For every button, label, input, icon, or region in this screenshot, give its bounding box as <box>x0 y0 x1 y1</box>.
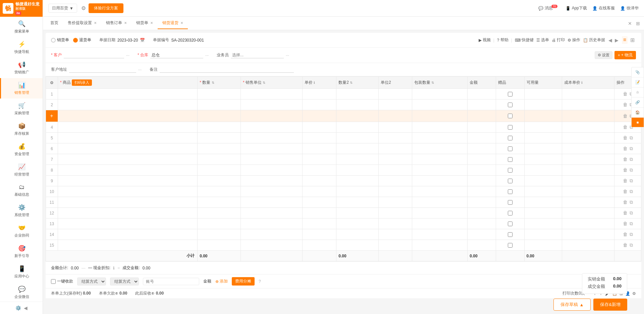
row-available-10[interactable] <box>524 186 562 197</box>
side-star-btn[interactable]: ☆ <box>632 87 644 98</box>
row-sales-unit-12[interactable] <box>241 208 303 218</box>
row-available-3[interactable] <box>524 110 562 122</box>
row-product-12[interactable] <box>58 208 198 218</box>
scroll-next-btn[interactable]: ▶ <box>614 37 619 44</box>
row-quantity2-14[interactable] <box>336 229 379 240</box>
row-sales-unit-14[interactable] <box>241 229 303 240</box>
row-quantity-1[interactable] <box>198 89 241 100</box>
row-sales-unit-7[interactable] <box>241 154 303 165</box>
row-package-qty-14[interactable] <box>412 229 467 240</box>
header-settings-icon[interactable]: ⚙ <box>81 5 86 11</box>
row-amount-12[interactable] <box>468 208 496 218</box>
row-gift-4[interactable] <box>496 122 524 133</box>
scan-barcode-btn[interactable]: 扫码录入 <box>72 79 92 86</box>
row-gift-11[interactable] <box>496 197 524 208</box>
row-cost-price-10[interactable] <box>562 186 614 197</box>
row-unit-price-1[interactable] <box>302 89 336 100</box>
row-quantity2-13[interactable] <box>336 218 379 229</box>
row-unit2-13[interactable] <box>379 218 412 229</box>
tabbar-maximize-btn[interactable]: ⊞ <box>635 19 641 27</box>
row-quantity-11[interactable] <box>198 197 241 208</box>
settlement-method-select[interactable]: 结算方式 <box>77 277 106 286</box>
info-cost-icon[interactable]: ℹ <box>581 81 583 84</box>
copy-row-btn-13[interactable]: ⧉ <box>630 221 633 227</box>
customer-input[interactable] <box>64 52 124 58</box>
tab-sales-order[interactable]: 销售订单 ✕ <box>101 17 131 29</box>
row-amount-7[interactable] <box>468 154 496 165</box>
delete-row-btn-3[interactable]: 🗑 <box>623 113 628 119</box>
business-type-dropdown[interactable]: 日用百货 ▼ <box>48 4 77 13</box>
row-quantity-2[interactable] <box>198 100 241 110</box>
row-product-1[interactable] <box>58 89 198 100</box>
row-package-qty-12[interactable] <box>412 208 467 218</box>
row-gift-5[interactable] <box>496 133 524 143</box>
user-profile-btn[interactable]: 👤 徐泽华 <box>620 5 639 11</box>
sidebar-item-shortcuts[interactable]: ⚡ 快捷导航 <box>0 37 43 58</box>
row-available-8[interactable] <box>524 165 562 176</box>
row-quantity2-3[interactable] <box>336 110 379 122</box>
row-cost-price-1[interactable] <box>562 89 614 100</box>
row-unit2-4[interactable] <box>379 122 412 133</box>
tabbar-close-btn[interactable]: ✕ <box>627 19 633 27</box>
row-available-5[interactable] <box>524 133 562 143</box>
row-package-qty-1[interactable] <box>412 89 467 100</box>
gift-checkbox-10[interactable] <box>508 189 513 194</box>
one-click-checkbox[interactable] <box>51 279 56 284</box>
gift-checkbox-15[interactable] <box>508 243 513 248</box>
row-package-qty-13[interactable] <box>412 218 467 229</box>
gift-checkbox-6[interactable] <box>508 146 513 151</box>
toolbar-help[interactable]: ? 帮助 <box>497 37 508 43</box>
row-sales-unit-9[interactable] <box>241 176 303 186</box>
row-cost-price-11[interactable] <box>562 197 614 208</box>
row-product-7[interactable] <box>58 154 198 165</box>
row-cost-price-4[interactable] <box>562 122 614 133</box>
row-quantity-5[interactable] <box>198 133 241 143</box>
row-available-13[interactable] <box>524 218 562 229</box>
delete-row-btn-7[interactable]: 🗑 <box>623 156 628 162</box>
row-amount-1[interactable] <box>468 89 496 100</box>
row-amount-4[interactable] <box>468 122 496 133</box>
row-package-qty-6[interactable] <box>412 143 467 154</box>
sidebar-item-sales[interactable]: 📊 销售管理 <box>0 78 43 99</box>
gift-checkbox-2[interactable] <box>508 103 513 107</box>
row-unit-price-3[interactable] <box>302 110 336 122</box>
gift-checkbox-4[interactable] <box>508 125 513 130</box>
row-package-qty-2[interactable] <box>412 100 467 110</box>
row-sales-unit-13[interactable] <box>241 218 303 229</box>
sidebar-item-wechat[interactable]: 💬 企业微信 <box>0 282 43 302</box>
row-gift-3[interactable] <box>496 110 524 122</box>
row-product-4[interactable] <box>58 122 198 133</box>
row-cost-price-15[interactable] <box>562 240 614 251</box>
info-price-icon[interactable]: ℹ <box>314 81 315 84</box>
row-unit2-2[interactable] <box>379 100 412 110</box>
row-unit2-6[interactable] <box>379 143 412 154</box>
delete-row-btn-6[interactable]: 🗑 <box>623 146 628 151</box>
row-product-2[interactable] <box>58 100 198 110</box>
tab-sales-delivery[interactable]: 销货单 ✕ <box>131 17 158 29</box>
gift-checkbox-5[interactable] <box>508 136 513 140</box>
side-active-btn[interactable]: ■ <box>632 118 644 127</box>
row-cost-price-6[interactable] <box>562 143 614 154</box>
row-gift-12[interactable] <box>496 208 524 218</box>
tab-home[interactable]: 首页 <box>46 17 63 29</box>
account-input[interactable] <box>143 278 199 285</box>
add-payment-btn[interactable]: ⊕ 添加 <box>215 278 228 284</box>
row-quantity-10[interactable] <box>198 186 241 197</box>
row-available-14[interactable] <box>524 229 562 240</box>
delete-row-btn-8[interactable]: 🗑 <box>623 167 628 173</box>
row-available-6[interactable] <box>524 143 562 154</box>
row-quantity-6[interactable] <box>198 143 241 154</box>
gift-checkbox-14[interactable] <box>508 232 513 237</box>
copy-row-btn-12[interactable]: ⧉ <box>630 210 633 216</box>
row-available-1[interactable] <box>524 89 562 100</box>
row-amount-14[interactable] <box>468 229 496 240</box>
row-product-6[interactable] <box>58 143 198 154</box>
row-quantity2-5[interactable] <box>336 133 379 143</box>
sort-icon[interactable]: ⇅ <box>212 81 214 84</box>
row-cost-price-5[interactable] <box>562 133 614 143</box>
row-sales-unit-8[interactable] <box>241 165 303 176</box>
row-cost-price-12[interactable] <box>562 208 614 218</box>
row-quantity2-10[interactable] <box>336 186 379 197</box>
sidebar-item-operations[interactable]: 📈 经营管理 <box>0 160 43 180</box>
address-input[interactable] <box>69 66 136 73</box>
